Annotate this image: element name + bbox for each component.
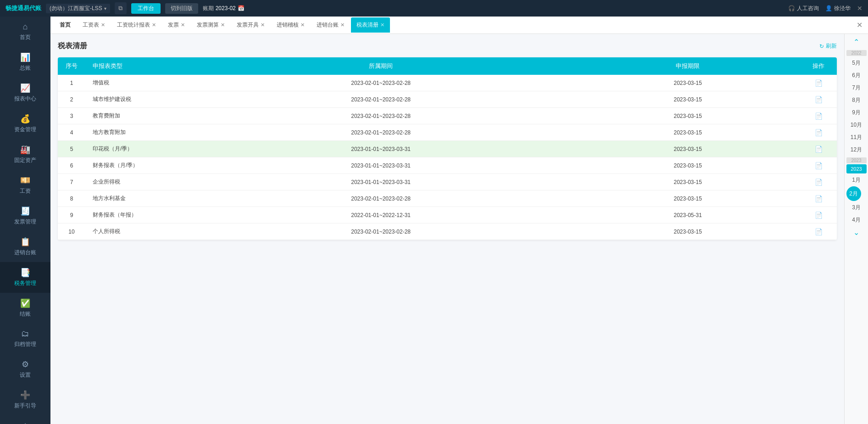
tab-invoice-calc[interactable]: 发票测算✕ (191, 17, 230, 33)
cell-period: 2023-02-01~2023-02-28 (186, 223, 575, 240)
tab-salary-report[interactable]: 工资统计报表✕ (111, 17, 161, 33)
action-icon-7[interactable]: 📄 (815, 179, 823, 186)
sidebar-item-label: 发票管理 (14, 218, 36, 226)
calendar-year-2022: 2022 (846, 50, 867, 56)
sidebar-item-guide[interactable]: ➕新手引导 (0, 385, 50, 415)
calendar-month-2022-6月[interactable]: 6月 (846, 69, 867, 81)
cell-type: 城市维护建设税 (85, 91, 186, 108)
copy-icon[interactable]: ⧉ (115, 2, 127, 14)
cell-deadline: 2023-03-15 (575, 157, 800, 174)
calendar-month-2023-4月[interactable]: 4月 (846, 214, 867, 226)
sidebar-item-salary[interactable]: 💴工资 (0, 170, 50, 201)
refresh-button[interactable]: ↻ 刷新 (819, 42, 837, 50)
table-row: 3 教育费附加 2023-02-01~2023-02-28 2023-03-15… (58, 108, 837, 124)
action-icon-2[interactable]: 📄 (815, 96, 823, 103)
sidebar-item-label: 新手引导 (14, 402, 36, 410)
ledger-icon: 📊 (20, 52, 30, 62)
report-icon: 📈 (20, 83, 30, 93)
close-window-icon[interactable]: ✕ (857, 5, 862, 12)
table-row: 6 财务报表（月/季） 2023-01-01~2023-03-31 2023-0… (58, 157, 837, 174)
tab-close-salary-table[interactable]: ✕ (101, 22, 105, 28)
calendar-month-2022-10月[interactable]: 10月 (846, 119, 867, 131)
cell-action: 📄 (800, 124, 837, 141)
guide-icon: ➕ (20, 390, 30, 400)
home-icon: ⌂ (23, 22, 28, 32)
calendar-month-2023-1月[interactable]: 1月 (846, 174, 867, 186)
tab-close-purchase-ledger[interactable]: ✕ (340, 22, 345, 28)
cell-action: 📄 (800, 141, 837, 157)
action-icon-8[interactable]: 📄 (815, 195, 823, 202)
user-profile[interactable]: 👤 徐泾华 (825, 5, 851, 12)
cell-no: 5 (58, 141, 85, 157)
main-panel: 税表清册 ↻ 刷新 序号 申报表类型 所属期间 申报期限 操作 (50, 34, 844, 424)
tab-close-invoice-open[interactable]: ✕ (261, 22, 265, 28)
calendar-month-2023-2月[interactable]: 2月 (846, 186, 861, 201)
sidebar-item-archive[interactable]: 🗂归档管理 (0, 324, 50, 354)
sidebar-item-home[interactable]: ⌂首页 (0, 17, 50, 47)
workbench-button[interactable]: 工作台 (131, 3, 161, 14)
tab-close-salary-report[interactable]: ✕ (152, 22, 156, 28)
action-icon-10[interactable]: 📄 (815, 228, 823, 235)
tab-bar: 首页工资表✕工资统计报表✕发票✕发票测算✕发票开具✕进销稽核✕进销台账✕税表清册… (50, 17, 868, 34)
tab-invoice-tab[interactable]: 发票✕ (162, 17, 190, 33)
table-row: 1 增值税 2023-02-01~2023-02-28 2023-03-15 📄 (58, 75, 837, 91)
avatar-icon: 👤 (825, 5, 832, 11)
calendar-month-2022-8月[interactable]: 8月 (846, 94, 867, 106)
action-icon-5[interactable]: 📄 (815, 145, 823, 153)
app-logo: 畅捷通易代账 (6, 4, 41, 12)
action-icon-9[interactable]: 📄 (815, 212, 823, 219)
tab-purchase-ledger[interactable]: 进销台账✕ (311, 17, 350, 33)
tab-close-invoice-calc[interactable]: ✕ (221, 22, 225, 28)
tab-close-invoice-tab[interactable]: ✕ (181, 22, 185, 28)
tab-label: 首页 (60, 21, 71, 29)
cell-action: 📄 (800, 91, 837, 108)
member-icon: ♦ (23, 421, 27, 424)
tab-close-tax-list[interactable]: ✕ (380, 22, 384, 28)
sidebar-item-fund[interactable]: 💰资金管理 (0, 108, 50, 139)
calendar-month-2022-5月[interactable]: 5月 (846, 57, 867, 69)
calendar-month-2022-7月[interactable]: 7月 (846, 82, 867, 94)
calendar-scroll-down[interactable]: ⌄ (851, 226, 861, 239)
cell-period: 2023-01-01~2023-03-31 (186, 141, 575, 157)
tab-label: 工资统计报表 (117, 21, 150, 29)
action-icon-3[interactable]: 📄 (815, 112, 823, 120)
switch-button[interactable]: 切到旧版 (165, 3, 198, 14)
cell-type: 地方教育附加 (85, 124, 186, 141)
tab-home[interactable]: 首页 (54, 17, 76, 33)
table-header-row: 序号 申报表类型 所属期间 申报期限 操作 (58, 57, 837, 75)
sidebar-item-settings[interactable]: ⚙设置 (0, 354, 50, 385)
action-icon-6[interactable]: 📄 (815, 162, 823, 169)
sidebar-item-tax[interactable]: 📑税务管理 (0, 262, 50, 293)
sidebar-item-member[interactable]: ♦畅会员 (0, 415, 50, 424)
action-icon-1[interactable]: 📄 (815, 79, 823, 87)
col-type: 申报表类型 (85, 57, 186, 75)
calendar-icon[interactable]: 📅 (238, 5, 245, 11)
company-selector[interactable]: (勿动）江西服宝-LSS ▾ (46, 4, 110, 13)
calendar-scroll-up[interactable]: ⌃ (851, 36, 861, 48)
sidebar-item-invoice[interactable]: 🧾发票管理 (0, 201, 50, 231)
calendar-month-2022-12月[interactable]: 12月 (846, 144, 867, 156)
calendar-month-2023-3月[interactable]: 3月 (846, 201, 867, 213)
tab-tax-list[interactable]: 税表清册✕ (351, 17, 390, 33)
calendar-month-2022-11月[interactable]: 11月 (846, 131, 867, 143)
tab-purchase-check[interactable]: 进销稽核✕ (271, 17, 310, 33)
cell-no: 1 (58, 75, 85, 91)
sidebar-item-settlement[interactable]: ✅结账 (0, 293, 50, 324)
sidebar-item-label: 结账 (20, 310, 31, 318)
sidebar-item-purchase[interactable]: 📋进销台账 (0, 231, 50, 262)
action-icon-4[interactable]: 📄 (815, 129, 823, 136)
user-consult[interactable]: 🎧 人工咨询 (788, 5, 819, 12)
tab-salary-table[interactable]: 工资表✕ (77, 17, 111, 33)
sidebar-item-ledger[interactable]: 📊总账 (0, 47, 50, 78)
calendar-month-2022-9月[interactable]: 9月 (846, 106, 867, 118)
cell-type: 企业所得税 (85, 174, 186, 190)
tab-close-purchase-check[interactable]: ✕ (300, 22, 305, 28)
cell-type: 教育费附加 (85, 108, 186, 124)
cell-period: 2023-02-01~2023-02-28 (186, 190, 575, 207)
close-all-tabs[interactable]: ✕ (855, 19, 864, 31)
sidebar-item-label: 设置 (20, 371, 31, 379)
sidebar-item-fixed[interactable]: 🏭固定资产 (0, 139, 50, 170)
cell-period: 2023-01-01~2023-03-31 (186, 174, 575, 190)
tab-invoice-open[interactable]: 发票开具✕ (231, 17, 270, 33)
sidebar-item-report[interactable]: 📈报表中心 (0, 78, 50, 108)
